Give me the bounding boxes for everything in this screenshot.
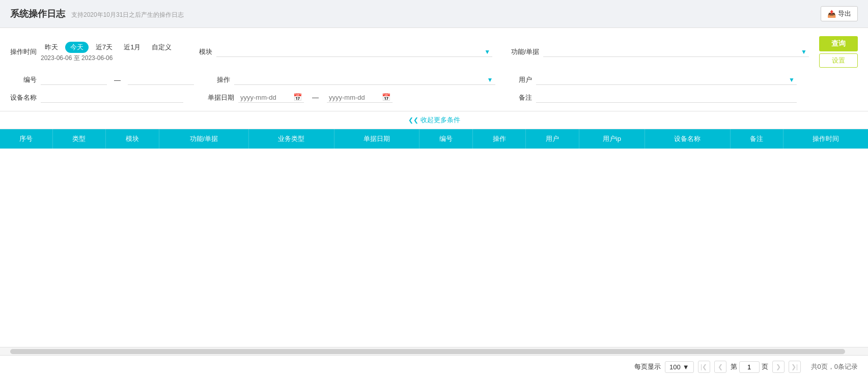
calendar-start-icon[interactable]: 📅 — [293, 93, 302, 101]
device-filter: 设备名称 — [10, 93, 193, 103]
page-title: 系统操作日志 — [10, 8, 65, 20]
page-input[interactable] — [739, 361, 760, 373]
page-header: 系统操作日志 支持2020年10月31日之后产生的操作日志 📤 导出 — [0, 0, 868, 28]
table-container: 序号 类型 模块 功能/单据 业务类型 单据日期 编号 操作 用户 用户ip 设… — [0, 129, 868, 347]
collapse-label: 收起更多条件 — [421, 115, 460, 125]
date-range-text: 2023-06-06 至 2023-06-06 — [41, 54, 176, 63]
custom-btn[interactable]: 自定义 — [148, 42, 176, 53]
voucher-date-filter: 单据日期 📅 — 📅 — [204, 92, 495, 103]
voucher-date-end-wrapper: 📅 — [327, 92, 393, 103]
query-button[interactable]: 查询 — [819, 36, 858, 51]
remark-input[interactable] — [536, 93, 797, 103]
col-user-ip: 用户ip — [579, 129, 645, 149]
function-chevron-icon: ▼ — [801, 48, 807, 55]
voucher-date-divider: — — [312, 94, 319, 101]
col-module: 模块 — [106, 129, 159, 149]
number-start-input[interactable] — [41, 75, 107, 85]
col-operation-time: 操作时间 — [783, 129, 868, 149]
filter-row-1: 操作时间 昨天 今天 近7天 近1月 自定义 2023-06-06 至 2023… — [10, 36, 858, 68]
data-table: 序号 类型 模块 功能/单据 业务类型 单据日期 编号 操作 用户 用户ip 设… — [0, 129, 868, 149]
filter-panel: 操作时间 昨天 今天 近7天 近1月 自定义 2023-06-06 至 2023… — [0, 28, 868, 111]
module-select[interactable]: ▼ — [216, 47, 492, 57]
remark-filter: 备注 — [506, 93, 797, 103]
table-header: 序号 类型 模块 功能/单据 业务类型 单据日期 编号 操作 用户 用户ip 设… — [0, 129, 868, 149]
per-page-label: 每页显示 — [634, 362, 661, 371]
col-user: 用户 — [526, 129, 579, 149]
collapse-icon: ❮❮ — [408, 117, 418, 124]
pagination: 每页显示 100 ▼ |❮ ❮ 第 页 ❯ ❯| 共0页，0条记录 — [0, 355, 868, 378]
col-number: 编号 — [419, 129, 472, 149]
per-page-chevron-icon: ▼ — [683, 363, 689, 371]
per-page-select[interactable]: 100 ▼ — [665, 361, 694, 373]
col-biz-type: 业务类型 — [249, 129, 334, 149]
col-seq: 序号 — [0, 129, 52, 149]
number-end-input[interactable] — [128, 75, 194, 85]
voucher-date-end-input[interactable] — [329, 94, 380, 101]
filter-row-2: 编号 — 操作 ▼ 用户 ▼ — [10, 75, 858, 85]
horizontal-scrollbar[interactable] — [0, 347, 868, 355]
device-input[interactable] — [41, 93, 183, 103]
number-label: 编号 — [10, 75, 37, 84]
col-operation: 操作 — [472, 129, 525, 149]
remark-label: 备注 — [506, 93, 532, 102]
settings-button[interactable]: 设置 — [819, 53, 858, 68]
scroll-thumb[interactable] — [10, 349, 845, 354]
per-page-value: 100 — [669, 363, 681, 371]
operation-time-label: 操作时间 — [10, 47, 37, 56]
time-filter-group: 昨天 今天 近7天 近1月 自定义 — [41, 42, 176, 53]
device-label: 设备名称 — [10, 93, 37, 102]
prev-page-btn[interactable]: ❮ — [714, 361, 726, 373]
operation-filter: 操作 ▼ — [204, 75, 495, 85]
empty-state — [0, 149, 868, 327]
col-remark: 备注 — [730, 129, 783, 149]
function-filter: 功能/单据 ▼ — [502, 47, 809, 57]
header-left: 系统操作日志 支持2020年10月31日之后产生的操作日志 — [10, 8, 184, 20]
function-select[interactable]: ▼ — [543, 47, 809, 57]
module-label: 模块 — [186, 47, 212, 56]
filter-row-3: 设备名称 单据日期 📅 — 📅 备注 — [10, 92, 858, 103]
number-divider: — — [114, 76, 121, 84]
collapse-bar[interactable]: ❮❮ 收起更多条件 — [0, 111, 868, 129]
page-label: 第 — [731, 362, 737, 371]
calendar-end-icon[interactable]: 📅 — [382, 93, 390, 101]
page-subtitle: 支持2020年10月31日之后产生的操作日志 — [71, 11, 184, 19]
number-input-group: — — [41, 75, 194, 85]
yesterday-btn[interactable]: 昨天 — [41, 42, 62, 53]
action-buttons: 查询 设置 — [819, 36, 858, 68]
user-select[interactable]: ▼ — [536, 75, 797, 85]
col-type: 类型 — [52, 129, 105, 149]
page-unit: 页 — [762, 362, 768, 371]
operation-label: 操作 — [204, 75, 230, 84]
last7days-btn[interactable]: 近7天 — [92, 42, 117, 53]
today-btn[interactable]: 今天 — [65, 42, 89, 53]
voucher-date-start-input[interactable] — [240, 94, 291, 101]
export-icon: 📤 — [827, 10, 836, 18]
voucher-date-start-wrapper: 📅 — [238, 92, 304, 103]
page-info: 第 页 — [731, 361, 768, 373]
operation-time-filter: 操作时间 昨天 今天 近7天 近1月 自定义 2023-06-06 至 2023… — [10, 42, 176, 63]
voucher-date-label: 单据日期 — [204, 93, 234, 102]
operation-chevron-icon: ▼ — [487, 76, 493, 83]
export-label: 导出 — [838, 9, 851, 18]
number-filter: 编号 — — [10, 75, 193, 85]
col-voucher-date: 单据日期 — [334, 129, 419, 149]
first-page-btn[interactable]: |❮ — [698, 361, 710, 373]
user-label: 用户 — [506, 75, 532, 84]
user-chevron-icon: ▼ — [789, 76, 795, 83]
page-container: 系统操作日志 支持2020年10月31日之后产生的操作日志 📤 导出 操作时间 … — [0, 0, 868, 378]
operation-select[interactable]: ▼ — [234, 75, 495, 85]
export-button[interactable]: 📤 导出 — [821, 6, 858, 21]
next-page-btn[interactable]: ❯ — [772, 361, 785, 373]
total-info: 共0页，0条记录 — [811, 362, 858, 371]
col-function: 功能/单据 — [159, 129, 248, 149]
last-page-btn[interactable]: ❯| — [789, 361, 801, 373]
table-header-row: 序号 类型 模块 功能/单据 业务类型 单据日期 编号 操作 用户 用户ip 设… — [0, 129, 868, 149]
last1month-btn[interactable]: 近1月 — [120, 42, 145, 53]
function-label: 功能/单据 — [502, 47, 539, 56]
col-device-name: 设备名称 — [645, 129, 730, 149]
user-filter: 用户 ▼ — [506, 75, 797, 85]
module-filter: 模块 ▼ — [186, 47, 492, 57]
time-filter-group-wrapper: 昨天 今天 近7天 近1月 自定义 2023-06-06 至 2023-06-0… — [41, 42, 176, 63]
module-chevron-icon: ▼ — [484, 48, 490, 55]
